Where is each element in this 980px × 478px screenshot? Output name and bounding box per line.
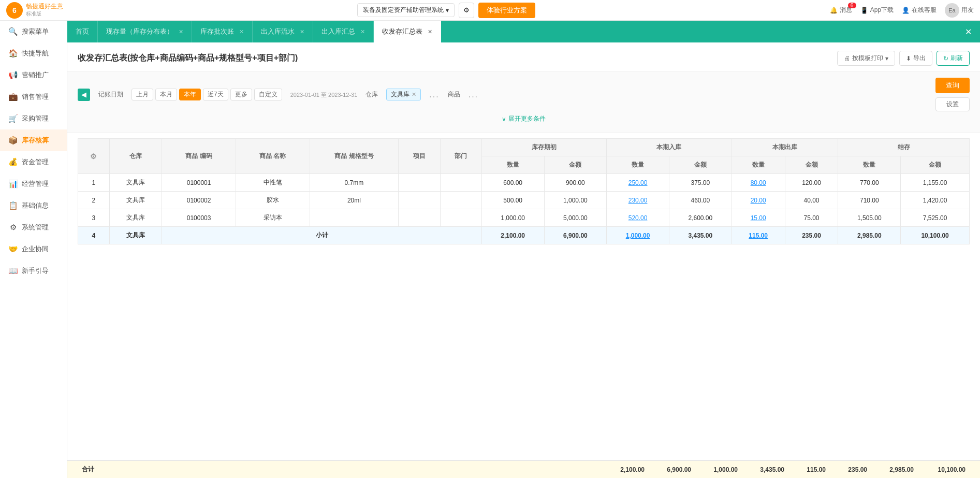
data-table: ⚙ 仓库 商品 编码 商品 名称 商品 规格型号 项目 部门 库存期初 本期入库 [78,138,970,244]
user-item[interactable]: Ea 用友 [945,3,974,18]
warehouse-tag-close[interactable]: ✕ [412,91,416,98]
logo-text-area: 畅捷通好生意 标准版 [26,3,63,18]
sidebar-item-label: 系统管理 [22,223,49,232]
export-button[interactable]: ⬇ 导出 [899,51,932,66]
warehouse-tag-text: 文具库 [391,90,409,99]
sidebar-item-label: 经营管理 [22,179,49,189]
sidebar-item-basic[interactable]: 📋 基础信息 [0,195,67,216]
footer-out-qty: 115.00 [788,466,830,473]
row-product-name: 胶水 [236,192,310,209]
content-area: 首页 现存量（库存分布表） ✕ 库存批次账 ✕ 出入库流水 ✕ 出入库汇总 ✕ [67,21,980,478]
row-opening-amt: 1,000.00 [544,192,607,209]
warehouse-more-dots[interactable]: ... [429,90,439,99]
row-no: 1 [78,174,110,192]
page-content: 收发存汇总表(按仓库+商品编码+商品+规格型号+项目+部门) 🖨 按模板打印 ▾… [67,42,980,460]
top-bar-left: 6 畅捷通好生意 标准版 [6,2,63,19]
row-out-qty: 15.00 [732,209,785,227]
refresh-button[interactable]: ↻ 刷新 [937,51,970,66]
subtotal-opening-qty: 2,100.00 [481,227,544,244]
settings-button[interactable]: 设置 [935,97,970,111]
row-warehouse: 文具库 [109,209,162,227]
tab-receivesummary[interactable]: 收发存汇总表 ✕ [374,21,441,42]
date-btn-last-month[interactable]: 上月 [131,89,153,100]
balance-header: 结存 [838,139,970,156]
notification-item[interactable]: 🔔 消息 6 [830,6,852,15]
expand-button[interactable]: ∨ 展开更多条件 [502,114,546,123]
row-department [440,209,481,227]
sidebar-item-purchase[interactable]: 🛒 采购管理 [0,108,67,129]
print-button[interactable]: 🖨 按模板打印 ▾ [837,51,895,66]
filter-row: ◀ 记账日期 上月 本月 本年 近7天 更多 自定义 2023-01-01 [78,78,970,111]
sidebar-item-operations[interactable]: 📊 经营管理 [0,173,67,195]
operations-icon: 📊 [8,179,18,189]
row-balance-qty: 770.00 [838,174,901,192]
tab-inventory[interactable]: 现存量（库存分布表） ✕ [98,21,192,42]
enterprise-icon: 🤝 [8,244,18,254]
subtotal-balance-amt: 10,100.00 [901,227,970,244]
row-product-name: 中性笔 [236,174,310,192]
tab-home[interactable]: 首页 [67,21,98,42]
sidebar-item-sales[interactable]: 💼 销售管理 [0,86,67,108]
footer-in-qty: 1,000.00 [695,466,742,473]
sidebar-item-finance[interactable]: 💰 资金管理 [0,151,67,173]
sidebar-item-label: 销售管理 [22,92,49,102]
system-selector[interactable]: 装备及固定资产辅助管理系统 ▾ [357,3,455,17]
close-icon[interactable]: ✕ [360,28,365,35]
try-button[interactable]: 体验行业方案 [478,3,535,18]
guide-icon: 📖 [8,266,18,276]
date-btn-7days[interactable]: 近7天 [203,89,228,100]
logo-box: 6 畅捷通好生意 标准版 [6,2,63,19]
product-code-col-header: 商品 编码 [162,139,236,174]
footer-out-amt: 235.00 [830,466,871,473]
tab-inoutflow[interactable]: 出入库流水 ✕ [253,21,313,42]
refresh-icon: ↻ [943,55,948,62]
collapse-button[interactable]: ◀ [78,89,90,101]
table-row: 3 文具库 0100003 采访本 1,000.00 5,000.00 520.… [78,209,970,227]
table-row: 1 文具库 0100001 中性笔 0.7mm 600.00 900.00 25… [78,174,970,192]
tab-bar-close-button[interactable]: ✕ [957,27,980,37]
close-icon[interactable]: ✕ [179,28,183,35]
sidebar-item-guide[interactable]: 📖 新手引导 [0,260,67,282]
tab-batch[interactable]: 库存批次账 ✕ [192,21,253,42]
close-icon[interactable]: ✕ [239,28,244,35]
subtotal-balance-qty: 2,985.00 [838,227,901,244]
sidebar-item-search[interactable]: 🔍 搜索菜单 [0,21,67,42]
row-out-amt: 40.00 [785,192,838,209]
phone-icon: 📱 [860,7,868,14]
row-in-qty: 250.00 [607,174,669,192]
gear-icon[interactable]: ⚙ [90,152,97,161]
subtotal-warehouse: 文具库 [109,227,162,244]
row-out-amt: 75.00 [785,209,838,227]
product-more-dots[interactable]: ... [469,90,478,99]
row-product-code: 0100002 [162,192,236,209]
sidebar-item-marketing[interactable]: 📢 营销推广 [0,64,67,86]
app-download-item[interactable]: 📱 App下载 [860,6,894,15]
subtotal-in-qty: 1,000.00 [607,227,669,244]
sidebar-item-enterprise[interactable]: 🤝 企业协同 [0,238,67,260]
date-btn-more[interactable]: 更多 [230,89,252,100]
logo-icon: 6 [6,2,23,19]
settings-button[interactable]: ⚙ [459,3,474,18]
row-no: 2 [78,192,110,209]
sidebar-item-system[interactable]: ⚙ 系统管理 [0,216,67,238]
tab-inoutsummary[interactable]: 出入库汇总 ✕ [313,21,374,42]
table-container: ⚙ 仓库 商品 编码 商品 名称 商品 规格型号 项目 部门 库存期初 本期入库 [67,133,980,255]
row-department [440,174,481,192]
export-icon: ⬇ [906,55,911,62]
query-button[interactable]: 查询 [935,78,970,93]
row-in-amt: 375.00 [669,174,732,192]
out-qty-header: 数量 [732,156,785,174]
date-btn-custom[interactable]: 自定义 [254,89,282,100]
online-service-label: 在线客服 [912,6,937,15]
footer-opening-qty: 2,100.00 [602,466,649,473]
date-btn-this-month[interactable]: 本月 [155,89,177,100]
date-btn-this-year[interactable]: 本年 [179,89,201,100]
close-icon[interactable]: ✕ [428,28,432,35]
sidebar-item-quicknav[interactable]: 🏠 快捷导航 [0,42,67,64]
online-service-item[interactable]: 👤 在线客服 [902,6,937,15]
row-opening-qty: 1,000.00 [481,209,544,227]
sidebar-item-inventory[interactable]: 📦 库存核算 [0,129,67,151]
close-icon[interactable]: ✕ [300,28,304,35]
user-name: 用友 [961,6,974,15]
filter-area: ◀ 记账日期 上月 本月 本年 近7天 更多 自定义 2023-01-01 [67,71,980,133]
